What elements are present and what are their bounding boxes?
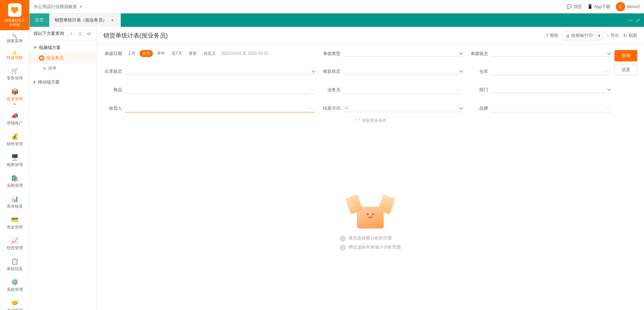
app-download-btn[interactable]: 📱 App下载 (587, 4, 610, 10)
tab-close-icon[interactable]: ✕ (110, 17, 115, 23)
sidebar-item-basic[interactable]: 📋 基础信息 (0, 254, 29, 275)
doc-status-label: 单据状态 (469, 51, 488, 57)
box-face (364, 213, 377, 223)
receiver-control[interactable]: ··· (125, 104, 315, 112)
left-panel-collapse-btn[interactable]: ≪ (86, 30, 92, 37)
out-status-control[interactable] (125, 68, 315, 74)
sidebar-search[interactable]: 🔍 搜索菜单 (0, 30, 29, 48)
sales-label: 销售管理 (7, 141, 23, 147)
message-btn[interactable]: 💬 消息 (567, 4, 582, 10)
brand-control[interactable]: ··· (491, 104, 610, 112)
dept-chevron (607, 87, 611, 91)
filter-row-3: 商品 ··· 业务员 ··· (103, 86, 610, 94)
tab-minimize-icon[interactable]: — (628, 17, 633, 23)
app-download-label: App下载 (594, 4, 610, 10)
sidebar-item-sales[interactable]: 💰 销售管理 (0, 130, 29, 150)
left-panel-item-order[interactable]: ⊞ 按单 (30, 63, 96, 73)
sidebar-quick-nav[interactable]: ⭐ 快捷导航 (0, 48, 29, 64)
collapse-up-icon: ⌃⌃ (354, 118, 361, 123)
collect-status-chevron (460, 69, 463, 72)
date-tab-more[interactable]: 更多 (186, 50, 200, 57)
order-icon: ⊞ (43, 66, 46, 71)
date-tab-this-year[interactable]: 本年 (154, 50, 168, 57)
mobile-section-header[interactable]: 移动端方案 (30, 77, 96, 87)
query-button[interactable]: 查询 (614, 50, 637, 61)
help-btn[interactable]: ? 帮助 (546, 33, 558, 39)
wholesale-icon: 📦 (11, 88, 18, 95)
sidebar-item-marketing[interactable]: 📣 营销推广 (0, 109, 29, 130)
box-mouth (368, 217, 373, 218)
salesperson-item-label: 按业务员 (46, 55, 64, 61)
settlement-control[interactable]: × (343, 104, 463, 112)
tab-home-label: 首页 (35, 17, 44, 23)
sidebar-item-retail[interactable]: 🛒 零售管理 (0, 64, 29, 85)
date-tab-this-month[interactable]: 本月 (140, 50, 153, 57)
date-filter: 上月 本月 本年 近7天 更多 自定义 2023-03-01 至 2023-03… (125, 50, 268, 57)
warehouse-control[interactable]: ··· (491, 67, 610, 75)
sidebar-item-inventory[interactable]: 📊 库存核算 (0, 192, 29, 213)
refresh-btn[interactable]: ↻ 刷新 (623, 33, 637, 39)
sidebar: 🧡 畅捷通好生意 标账版 🔍 搜索菜单 ⭐ 快捷导航 🛒 零售管理 📦 批发管理… (0, 0, 30, 310)
collect-status-control[interactable] (343, 68, 463, 74)
sidebar-item-wholesale[interactable]: 📦 批发管理 ▲ (0, 85, 29, 109)
template-print-dropdown-btn[interactable]: ▾ (596, 32, 603, 40)
quick-nav-label: 快捷导航 (7, 55, 23, 61)
date-tabs: 上月 本月 本年 近7天 更多 自定义 (125, 50, 218, 57)
empty-illustration (347, 188, 394, 228)
empty-state: 1 请先选择要分析的方案 2 用过滤条件来缩小分析范围 (97, 132, 644, 310)
operations-label: 经营管理 (7, 245, 23, 251)
order-item-label: 按单 (48, 65, 56, 71)
export-btn[interactable]: ↑ 导出 (607, 33, 619, 39)
app-logo[interactable]: 🧡 畅捷通好生意 标账版 (0, 0, 29, 30)
tab-sales-stat-label: 销货单统计表（按业务员） (55, 17, 107, 23)
retail-icon: 🛒 (11, 67, 18, 74)
desktop-section: 电脑端方案 按业务员 ⊞ 按单 (30, 41, 96, 75)
sidebar-item-operations[interactable]: 📈 经营管理 (0, 234, 29, 254)
filter-row-4: 收货人 ··· 结算方式 × (103, 104, 610, 112)
left-panel-item-salesperson[interactable]: 按业务员 (30, 53, 96, 63)
inventory-label: 库存核算 (7, 204, 23, 209)
page-title: 销货单统计表(按业务员) (103, 32, 168, 44)
page-header: 销货单统计表(按业务员) ? 帮助 🖨 按模板打印 ▾ ↑ (97, 27, 644, 45)
date-tab-last-7[interactable]: 近7天 (169, 50, 185, 57)
desktop-section-header[interactable]: 电脑端方案 (30, 43, 96, 53)
filter-area: 单据日期 上月 本月 本年 近7天 更多 自定义 (97, 45, 644, 132)
search-label: 搜索菜单 (7, 38, 23, 44)
tab-sales-stat[interactable]: 销货单统计表（按业务员） ✕ (49, 13, 121, 27)
mobile-section: 移动端方案 (30, 75, 96, 89)
doc-type-control[interactable] (343, 50, 463, 57)
logo-icon: 🧡 (8, 3, 21, 17)
settings-button[interactable]: 设置 (614, 64, 637, 75)
template-print-btn: 🖨 按模板打印 ▾ (562, 31, 603, 40)
salesperson-control[interactable]: ··· (343, 86, 463, 94)
workspace-dropdown-icon[interactable]: ▾ (80, 4, 82, 9)
date-tab-last-month[interactable]: 上月 (125, 50, 138, 57)
date-tab-custom[interactable]: 自定义 (201, 50, 218, 57)
sidebar-item-system[interactable]: ⚙️ 系统管理 (0, 275, 29, 296)
user-menu[interactable]: E demo2 (616, 2, 640, 11)
message-icon: 💬 (567, 4, 572, 9)
desktop-section-label: 电脑端方案 (39, 45, 61, 51)
mobile-section-collapse-icon (34, 81, 36, 84)
left-panel-settings-btn[interactable]: ⊙ (77, 30, 84, 37)
dept-control[interactable] (491, 87, 610, 93)
sidebar-item-purchase[interactable]: 🛍️ 采购管理 (0, 171, 29, 192)
template-print-main-btn[interactable]: 🖨 按模板打印 (562, 31, 596, 40)
system-icon: ⚙️ (11, 278, 18, 286)
tab-maximize-icon[interactable]: ⤢ (636, 17, 640, 23)
sidebar-item-ecommerce[interactable]: 🖥️ 电商管理 (0, 150, 29, 171)
left-panel-add-btn[interactable]: + (68, 30, 75, 37)
export-icon: ↑ (607, 33, 609, 38)
goods-control[interactable]: ··· (125, 86, 315, 94)
sidebar-item-enterprise[interactable]: 🤝 企业协同 (0, 296, 29, 310)
sidebar-item-finance[interactable]: 💳 资金管理 (0, 213, 29, 234)
settlement-tag-close[interactable]: × (345, 106, 347, 110)
doc-status-control[interactable] (491, 50, 610, 57)
tab-home[interactable]: 首页 (30, 13, 49, 27)
empty-step-2: 2 用过滤条件来缩小分析范围 (340, 244, 401, 251)
collapse-button[interactable]: ⌃⌃ 收起更多条件 (352, 115, 389, 126)
empty-steps-list: 1 请先选择要分析的方案 2 用过滤条件来缩小分析范围 (340, 235, 401, 253)
retail-label: 零售管理 (7, 75, 23, 81)
download-icon: 📱 (587, 4, 593, 9)
eye-left (367, 213, 369, 215)
